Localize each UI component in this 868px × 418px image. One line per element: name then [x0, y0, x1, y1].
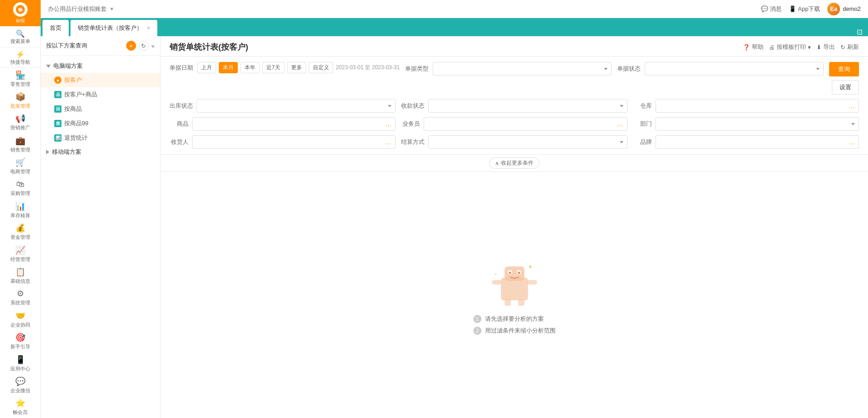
tab-sales-stat[interactable]: 销货单统计表（按客户） ×: [71, 20, 157, 36]
doc-type-arrow: [604, 68, 608, 70]
dept-select[interactable]: [656, 117, 859, 131]
scheme-sq-icon3: 图: [54, 120, 61, 127]
finance-icon: 💰: [15, 223, 25, 233]
sidebar-item-appstore[interactable]: 📱 应用中心: [0, 352, 41, 374]
svg-text:畅: 畅: [18, 7, 23, 12]
print-button[interactable]: 🖨 按模板打印 ▾: [769, 43, 811, 51]
last-7days-btn[interactable]: 近7天: [262, 62, 284, 73]
doc-status-select[interactable]: [645, 62, 824, 76]
sidebar-item-ecommerce[interactable]: 🛒 电商管理: [0, 156, 41, 177]
this-month-btn[interactable]: 本月: [219, 62, 238, 73]
goods-input[interactable]: …: [192, 117, 396, 131]
collapse-more-button[interactable]: ∧ 收起更多条件: [489, 157, 539, 169]
sidebar-item-finance[interactable]: 💰 资金管理: [0, 221, 41, 243]
brand-input[interactable]: …: [656, 135, 859, 149]
inventory-icon: 📊: [15, 201, 25, 211]
wholesale-icon: 📦: [15, 92, 25, 102]
group-collapsed-icon: [46, 150, 49, 154]
goods-dots[interactable]: …: [385, 120, 392, 128]
sidebar-item-guide[interactable]: 🎯 新手引导: [0, 331, 41, 352]
doc-status-arrow: [816, 68, 820, 70]
sidebar-item-cooperation[interactable]: 🤝 企业协同: [0, 309, 41, 330]
message-button[interactable]: 💬 消息: [761, 5, 782, 13]
sidebar-item-wechat[interactable]: 💬 企业微信: [0, 374, 41, 396]
refresh-button[interactable]: ↻ 刷新: [840, 43, 859, 51]
sidebar-item-system[interactable]: ⚙ 系统管理: [0, 287, 41, 309]
doc-type-label: 单据类型: [405, 65, 430, 73]
logo[interactable]: 畅 标报: [0, 0, 41, 26]
svg-text:✦: ✦: [528, 264, 533, 270]
prev-month-btn[interactable]: 上月: [197, 62, 216, 73]
scheme-tree: 电脑端方案 ● 按客户 品 按客户+商品 回 按商品 图: [41, 56, 160, 418]
username-label: demo2: [843, 5, 861, 12]
scheme-item-by-goods[interactable]: 回 按商品: [41, 102, 160, 116]
tab-close-icon[interactable]: ×: [147, 25, 150, 31]
custom-date-btn[interactable]: 自定义: [309, 62, 333, 73]
scheme-group-mobile-title: 移动端方案: [52, 148, 81, 156]
this-year-btn[interactable]: 本年: [241, 62, 259, 73]
brand-dots[interactable]: …: [849, 138, 855, 146]
scheme-group-mobile-header[interactable]: 移动端方案: [41, 145, 160, 159]
scheme-item-return-stat-label: 退货统计: [64, 134, 88, 142]
warehouse-dots[interactable]: …: [849, 102, 855, 109]
doc-status-label: 单据状态: [617, 65, 642, 73]
sidebar-item-retail[interactable]: 🏪 零售管理: [0, 68, 41, 90]
empty-tip-1: 1 请先选择要分析的方案: [473, 315, 556, 323]
header-dropdown-icon[interactable]: ▾: [110, 5, 113, 12]
search-menu[interactable]: 🔍 搜索菜单: [0, 26, 41, 48]
out-status-cell: 出库状态: [170, 99, 396, 113]
left-panel: 按以下方案查询 + ↻ « 电脑端方案 ● 按客户: [41, 36, 160, 418]
quick-nav[interactable]: ⚡ 快捷导航: [0, 48, 41, 68]
settlement-select[interactable]: [428, 135, 627, 149]
tab-home[interactable]: 首页: [42, 20, 69, 36]
scheme-active-dot: ●: [54, 76, 61, 84]
out-status-select[interactable]: [197, 99, 396, 113]
sidebar-item-inventory[interactable]: 📊 库存核算: [0, 199, 41, 221]
dept-arrow: [851, 123, 855, 125]
warehouse-input[interactable]: …: [656, 99, 859, 113]
sales-icon: 💼: [15, 136, 25, 146]
doc-type-select[interactable]: [433, 62, 612, 76]
sidebar-item-vip[interactable]: ⭐ 畅会员: [0, 396, 41, 418]
payment-status-cell: 收款状态: [401, 99, 627, 113]
sidebar-item-wholesale[interactable]: 📦 批发管理: [0, 90, 41, 111]
svg-rect-9: [518, 299, 524, 306]
sidebar-item-operation[interactable]: 📈 经营管理: [0, 243, 41, 265]
scheme-item-by-goods99[interactable]: 图 按商品99: [41, 116, 160, 131]
salesperson-input[interactable]: …: [424, 117, 627, 131]
scheme-item-by-customer-goods[interactable]: 品 按客户+商品: [41, 87, 160, 102]
scheme-group-desktop-header[interactable]: 电脑端方案: [41, 59, 160, 73]
help-button[interactable]: ❓ 帮助: [743, 43, 764, 51]
date-range-display: 2023-03-01 至 2023-03-31: [336, 64, 400, 71]
sidebar-item-basic[interactable]: 📋 基础信息: [0, 265, 41, 286]
query-button[interactable]: 查询: [829, 62, 859, 76]
settings-button[interactable]: 设置: [832, 80, 859, 95]
receiver-input[interactable]: …: [192, 135, 396, 149]
scheme-item-return-stat[interactable]: 📊 退货统计: [41, 131, 160, 145]
collapse-panel-button[interactable]: «: [151, 43, 155, 49]
message-icon: 💬: [761, 5, 768, 12]
sidebar-item-sales[interactable]: 💼 销售管理: [0, 133, 41, 155]
app-download-button[interactable]: 📱 App下载: [789, 5, 820, 13]
receiver-cell: 收货人 …: [170, 135, 396, 149]
print-dropdown-icon: ▾: [808, 44, 811, 51]
tab-expand-button[interactable]: ⊡: [851, 28, 868, 36]
user-area[interactable]: Ea demo2: [827, 3, 861, 15]
operation-icon: 📈: [15, 245, 25, 255]
add-scheme-button[interactable]: +: [126, 41, 136, 51]
guide-icon: 🎯: [15, 332, 25, 342]
sidebar: 畅 标报 🔍 搜索菜单 ⚡ 快捷导航 🏪 零售管理 📦 批发管理 📢 营销推广 …: [0, 0, 41, 418]
empty-state: ✦ ✦ 1 请先选择要分析的方案 2 用过滤条件来缩小分析范围: [473, 255, 556, 335]
scheme-item-by-customer[interactable]: ● 按客户: [41, 73, 160, 87]
receiver-dots[interactable]: …: [385, 138, 392, 146]
export-button[interactable]: ⬇ 导出: [816, 43, 835, 51]
settlement-label: 结算方式: [401, 138, 425, 146]
payment-status-select[interactable]: [428, 99, 627, 113]
collapse-bar[interactable]: ∧ 收起更多条件: [160, 155, 868, 172]
sidebar-item-marketing[interactable]: 📢 营销推广: [0, 112, 41, 133]
refresh-scheme-button[interactable]: ↻: [139, 41, 149, 51]
sidebar-item-purchase[interactable]: 🛍 采购管理: [0, 177, 41, 199]
salesperson-dots[interactable]: …: [617, 120, 623, 128]
ecommerce-icon: 🛒: [15, 157, 25, 167]
more-date-btn[interactable]: 更多: [287, 62, 306, 73]
